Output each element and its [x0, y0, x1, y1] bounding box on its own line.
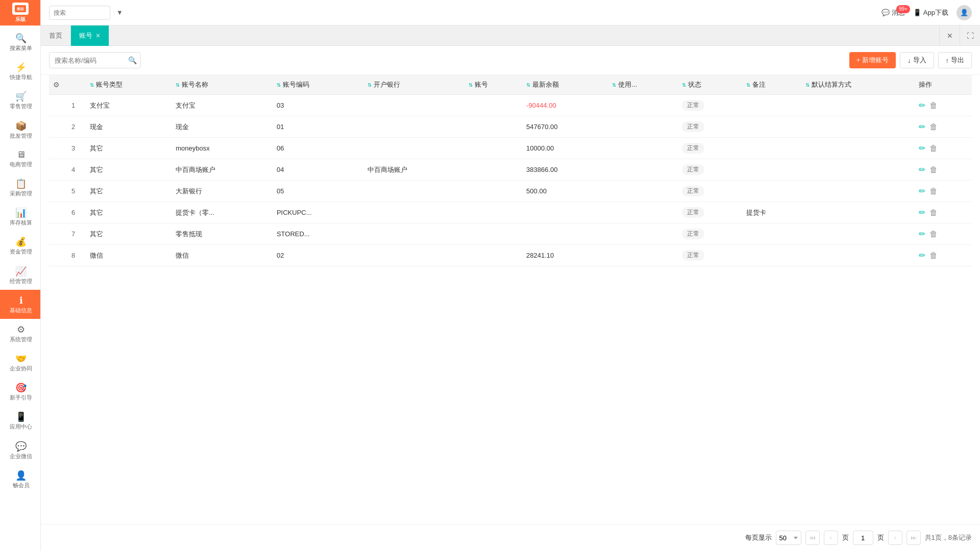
- col-account-code[interactable]: ⇅账号编码: [273, 75, 363, 95]
- cell-remark: 提货卡: [742, 202, 801, 223]
- sidebar-label-search-menu: 搜索菜单: [10, 45, 32, 52]
- sidebar-item-enterprise-wechat[interactable]: 💬企业微信: [0, 436, 40, 465]
- next-page-button[interactable]: ›: [888, 531, 902, 545]
- cell-account-name: 支付宝: [172, 95, 273, 116]
- cell-status: 正常: [678, 245, 742, 266]
- col-account-type[interactable]: ⇅账号类型: [86, 75, 172, 95]
- sidebar-item-operation[interactable]: 📈经营管理: [0, 261, 40, 290]
- col-status[interactable]: ⇅状态: [678, 75, 742, 95]
- sidebar-item-retail[interactable]: 🛒零售管理: [0, 86, 40, 115]
- sidebar-item-finance[interactable]: 💰资金管理: [0, 231, 40, 260]
- edit-button-4[interactable]: ✏: [919, 165, 925, 174]
- cell-balance: [522, 223, 608, 245]
- cell-account-type: 其它: [86, 223, 172, 245]
- sidebar-item-basic-info[interactable]: ℹ基础信息: [0, 290, 40, 319]
- sidebar-icon-purchase: 📋: [15, 178, 27, 189]
- delete-button-3[interactable]: 🗑: [929, 144, 938, 153]
- page-number-input[interactable]: [853, 531, 873, 545]
- edit-button-8[interactable]: ✏: [919, 251, 925, 260]
- top-header: ▼ 💬 消息 99+ 📱 App下载 👤: [41, 0, 980, 26]
- cell-action: ✏ 🗑: [915, 138, 972, 159]
- col-account-no[interactable]: ⇅账号: [464, 75, 523, 95]
- edit-button-6[interactable]: ✏: [919, 208, 925, 217]
- first-page-button[interactable]: ⏮: [805, 531, 820, 545]
- settings-icon[interactable]: ⚙: [53, 81, 60, 89]
- cell-account-code: 05: [273, 181, 363, 202]
- last-page-button[interactable]: ⏭: [906, 531, 921, 545]
- sidebar-item-inventory[interactable]: 📊库存核算: [0, 202, 40, 231]
- delete-button-1[interactable]: 🗑: [929, 101, 938, 110]
- total-records: 共1页，8条记录: [925, 533, 972, 542]
- sidebar-label-member: 畅会员: [13, 482, 30, 489]
- svg-text:稻谷: 稻谷: [16, 7, 24, 11]
- col-balance[interactable]: ⇅最新余额: [522, 75, 608, 95]
- sidebar-item-wholesale[interactable]: 📦批发管理: [0, 115, 40, 144]
- sidebar-item-ecommerce[interactable]: 🖥电商管理: [0, 144, 40, 173]
- cell-remark: [742, 159, 801, 181]
- delete-button-5[interactable]: 🗑: [929, 187, 938, 196]
- sidebar-item-member[interactable]: 👤畅会员: [0, 465, 40, 494]
- tab-close-all-button[interactable]: ✕: [939, 26, 960, 46]
- col-account-name[interactable]: ⇅账号名称: [172, 75, 273, 95]
- sidebar-label-system: 系统管理: [10, 336, 32, 343]
- delete-button-4[interactable]: 🗑: [929, 165, 938, 174]
- tab-home[interactable]: 首页: [41, 26, 71, 46]
- cell-account-code: PICKUPC...: [273, 202, 363, 223]
- sidebar-item-enterprise-agreement[interactable]: 🤝企业协同: [0, 348, 40, 377]
- sidebar-item-quick-nav[interactable]: ⚡快捷导航: [0, 57, 40, 86]
- cell-status: 正常: [678, 116, 742, 138]
- global-search-input[interactable]: [49, 6, 110, 20]
- export-button[interactable]: ↑ 导出: [938, 52, 972, 68]
- delete-button-7[interactable]: 🗑: [929, 230, 938, 239]
- app-download-button[interactable]: 📱 App下载: [913, 8, 948, 17]
- tab-expand-button[interactable]: ⛶: [960, 26, 980, 46]
- edit-button-3[interactable]: ✏: [919, 143, 925, 153]
- delete-button-2[interactable]: 🗑: [929, 122, 938, 132]
- accounts-table-wrap: ⚙ ⇅账号类型 ⇅账号名称 ⇅账号编码 ⇅开户银行 ⇅账号 ⇅最新余额 ⇅使用.…: [41, 75, 980, 524]
- sidebar-item-purchase[interactable]: 📋采购管理: [0, 173, 40, 202]
- col-remark[interactable]: ⇅备注: [742, 75, 801, 95]
- cell-balance: 383866.00: [522, 159, 608, 181]
- cell-bank: [363, 138, 464, 159]
- sidebar-item-app-center[interactable]: 📱应用中心: [0, 406, 40, 435]
- header-left: ▼: [49, 6, 123, 20]
- tab-account[interactable]: 账号 ✕: [71, 26, 109, 46]
- sidebar-icon-enterprise-agreement: 🤝: [15, 353, 27, 364]
- col-bank[interactable]: ⇅开户银行: [363, 75, 464, 95]
- edit-button-1[interactable]: ✏: [919, 101, 925, 110]
- cell-usage: [608, 245, 677, 266]
- sidebar-item-new-guide[interactable]: 🎯新手引导: [0, 377, 40, 406]
- tab-controls: ✕ ⛶: [939, 26, 980, 46]
- account-search-input[interactable]: [49, 52, 141, 68]
- user-avatar[interactable]: 👤: [957, 5, 972, 20]
- sidebar-icon-basic-info: ℹ: [19, 295, 23, 306]
- sidebar-item-search-menu[interactable]: 🔍搜索菜单: [0, 28, 40, 57]
- col-rownum: [67, 75, 86, 95]
- cell-usage: [608, 159, 677, 181]
- col-default-settlement[interactable]: ⇅默认结算方式: [801, 75, 915, 95]
- add-account-button[interactable]: + 新增账号: [849, 52, 896, 68]
- edit-button-7[interactable]: ✏: [919, 229, 925, 239]
- sidebar-icon-retail: 🛒: [15, 91, 27, 102]
- import-button[interactable]: ↓ 导入: [900, 52, 934, 68]
- main-area: ▼ 💬 消息 99+ 📱 App下载 👤 首页 账号 ✕: [41, 0, 980, 551]
- table-row: 6 其它 提货卡（零... PICKUPC... 正常 提货卡 ✏ 🗑: [49, 202, 972, 223]
- edit-button-2[interactable]: ✏: [919, 122, 925, 132]
- sidebar-label-app-center: 应用中心: [10, 423, 32, 430]
- edit-button-5[interactable]: ✏: [919, 186, 925, 196]
- sidebar-item-system[interactable]: ⚙系统管理: [0, 319, 40, 348]
- sidebar-icon-system: ⚙: [17, 324, 25, 335]
- tab-account-close-icon[interactable]: ✕: [95, 32, 101, 39]
- dropdown-toggle[interactable]: ▼: [116, 9, 123, 16]
- search-icon[interactable]: 🔍: [128, 56, 137, 64]
- delete-button-6[interactable]: 🗑: [929, 208, 938, 217]
- col-usage[interactable]: ⇅使用...: [608, 75, 677, 95]
- prev-page-button[interactable]: ‹: [824, 531, 838, 545]
- delete-button-8[interactable]: 🗑: [929, 251, 938, 260]
- sidebar-nav: 🔍搜索菜单⚡快捷导航🛒零售管理📦批发管理🖥电商管理📋采购管理📊库存核算💰资金管理…: [0, 26, 40, 551]
- cell-default-settlement: [801, 181, 915, 202]
- message-button[interactable]: 💬 消息 99+: [881, 8, 905, 17]
- sidebar-icon-search-menu: 🔍: [15, 33, 27, 44]
- page-size-select[interactable]: 50 10 20 100: [776, 531, 801, 545]
- table-row: 2 现金 现金 01 547670.00 正常 ✏ 🗑: [49, 116, 972, 138]
